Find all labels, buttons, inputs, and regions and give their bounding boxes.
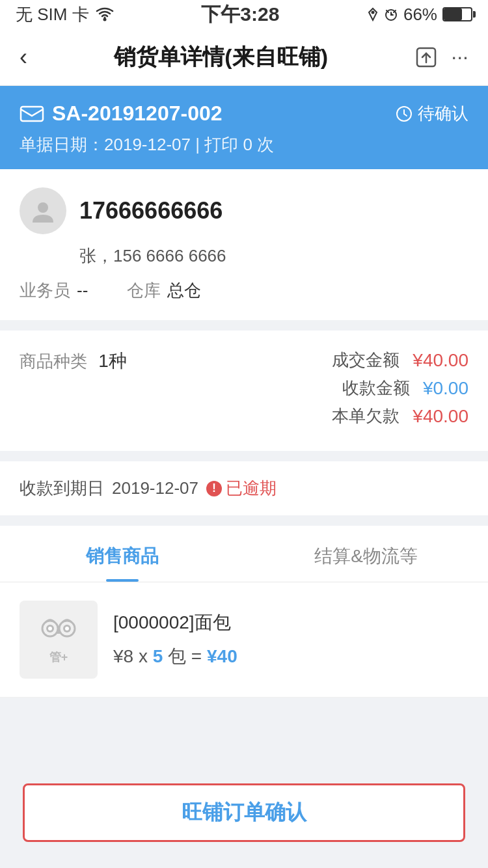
avatar: [20, 187, 66, 234]
product-type-label: 商品种类: [20, 351, 87, 371]
battery-icon: [442, 7, 472, 21]
customer-meta: 业务员 -- 仓库 总仓: [20, 279, 468, 302]
price-total: ¥40: [207, 646, 237, 666]
received-amount-row: 收款金额 ¥0.00: [332, 377, 468, 400]
warehouse-field: 仓库 总仓: [127, 279, 201, 302]
overdue-dot-icon: !: [206, 481, 222, 496]
nav-bar: ‹ 销货单详情(来自旺铺) ···: [0, 29, 488, 86]
warehouse-value: 总仓: [167, 279, 201, 302]
status-carrier: 无 SIM 卡: [16, 3, 114, 26]
product-type-field: 商品种类 1种: [20, 349, 127, 373]
product-logo-icon: [36, 614, 81, 647]
product-name: [0000002]面包: [113, 610, 468, 635]
location-icon: [367, 7, 379, 21]
due-date-card: 收款到期日 2019-12-07 ! 已逾期: [0, 461, 488, 515]
price-qty: 5: [153, 646, 163, 666]
received-amount-value: ¥0.00: [423, 378, 468, 399]
share-icon[interactable]: [414, 46, 438, 69]
price-value: ¥8: [113, 646, 133, 666]
overdue-text: 已逾期: [226, 477, 277, 500]
tab-sales-products[interactable]: 销售商品: [0, 526, 244, 582]
confirm-button-container: 旺铺订单确认: [23, 783, 465, 842]
order-status: 待确认: [396, 102, 468, 125]
customer-phone: 17666666666: [79, 197, 223, 224]
clock-icon: [396, 105, 413, 122]
order-icon: [20, 104, 44, 124]
warehouse-label: 仓库: [127, 279, 161, 302]
due-date-value: 2019-12-07: [112, 478, 198, 498]
due-amount-value: ¥40.00: [413, 406, 468, 427]
due-amount-label: 本单欠款: [332, 405, 400, 427]
salesperson-field: 业务员 --: [20, 279, 88, 302]
product-brand: 管+: [49, 649, 68, 665]
price-unit: 包: [168, 646, 186, 666]
due-amount-row: 本单欠款 ¥40.00: [332, 405, 468, 427]
status-time: 下午3:28: [201, 1, 279, 28]
transaction-amount-value: ¥40.00: [413, 350, 468, 371]
order-header: SA-20191207-002 待确认 单据日期：2019-12-07 | 打印…: [0, 86, 488, 169]
page-title: 销货单详情(来自旺铺): [114, 42, 328, 72]
more-button[interactable]: ···: [451, 45, 468, 69]
svg-point-1: [371, 11, 374, 14]
svg-point-13: [65, 627, 69, 631]
back-button[interactable]: ‹: [20, 44, 27, 71]
order-date: 单据日期：2019-12-07 | 打印 0 次: [20, 133, 468, 156]
overdue-badge: ! 已逾期: [206, 477, 277, 500]
confirm-button[interactable]: 旺铺订单确认: [23, 783, 465, 842]
customer-card: 17666666666 张，156 6666 6666 业务员 -- 仓库 总仓: [0, 169, 488, 320]
carrier-text: 无 SIM 卡: [16, 3, 89, 26]
received-amount-label: 收款金额: [342, 377, 410, 400]
alarm-icon: [384, 7, 398, 21]
svg-point-12: [48, 627, 52, 631]
battery-percent: 66%: [403, 5, 437, 25]
product-thumbnail: 管+: [20, 601, 98, 679]
svg-point-7: [38, 202, 48, 213]
amount-summary: 成交金额 ¥40.00 收款金额 ¥0.00 本单欠款 ¥40.00: [332, 349, 468, 433]
svg-point-0: [103, 18, 106, 21]
transaction-amount-row: 成交金额 ¥40.00: [332, 349, 468, 372]
product-item: 管+ [0000002]面包 ¥8 x 5 包 = ¥40: [0, 582, 488, 698]
status-bar: 无 SIM 卡 下午3:28 66%: [0, 0, 488, 29]
status-right: 66%: [367, 5, 472, 25]
product-info: [0000002]面包 ¥8 x 5 包 = ¥40: [113, 610, 468, 669]
wifi-icon: [96, 7, 114, 21]
svg-rect-5: [21, 107, 43, 121]
product-list: 管+ [0000002]面包 ¥8 x 5 包 = ¥40: [0, 582, 488, 698]
order-id: SA-20191207-002: [20, 102, 223, 126]
transaction-amount-label: 成交金额: [332, 349, 400, 372]
tabs-container: 销售商品 结算&物流等: [0, 526, 488, 582]
tab-settlement-logistics[interactable]: 结算&物流等: [244, 526, 488, 582]
product-price: ¥8 x 5 包 = ¥40: [113, 644, 468, 669]
summary-card: 商品种类 1种 成交金额 ¥40.00 收款金额 ¥0.00 本单欠款 ¥40.…: [0, 331, 488, 451]
nav-actions: ···: [414, 45, 468, 69]
salesperson-value: --: [77, 280, 88, 301]
customer-name: 张，156 6666 6666: [20, 245, 468, 267]
salesperson-label: 业务员: [20, 279, 70, 302]
due-date-label: 收款到期日: [20, 477, 104, 500]
product-type-value: 1种: [98, 351, 127, 371]
